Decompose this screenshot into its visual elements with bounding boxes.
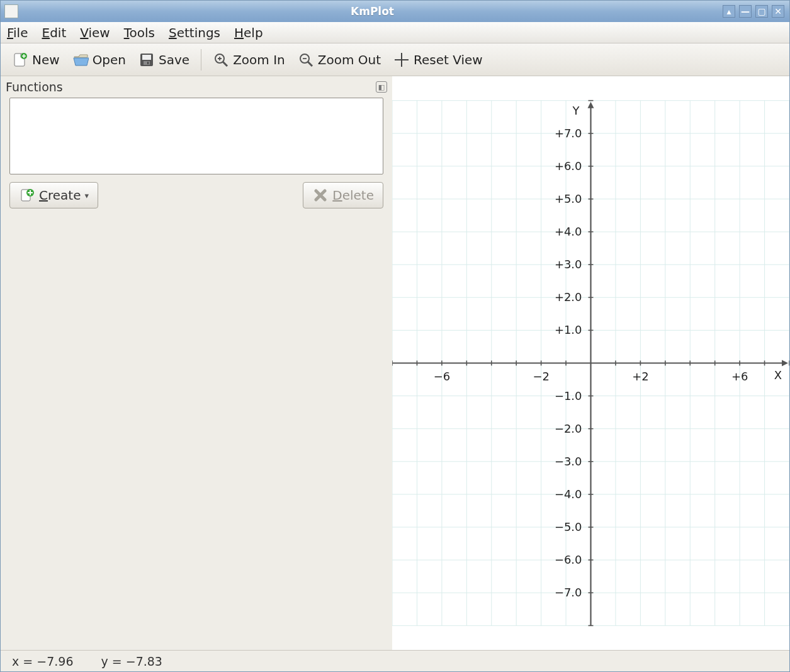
svg-line-9 [308,62,312,66]
svg-text:−3.0: −3.0 [555,455,582,468]
svg-text:+7.0: +7.0 [555,127,582,140]
svg-text:+6: +6 [731,370,748,383]
svg-text:+2.0: +2.0 [555,290,582,304]
create-label: Create [39,188,81,203]
toolbar: New Open Save Zoom In Zoom Out [1,43,789,76]
zoom-out-icon [298,52,314,68]
statusbar: x = −7.96 y = −7.83 [1,650,789,671]
svg-rect-3 [142,55,151,60]
window: KmPlot ▴ — ▢ ✕ File Edit View Tools Sett… [0,0,790,672]
new-file-icon [12,52,28,68]
panel-detach-icon[interactable]: ◧ [376,81,387,93]
svg-text:−1.0: −1.0 [555,389,582,402]
svg-text:−5.0: −5.0 [555,520,582,533]
menu-file[interactable]: File [7,25,28,40]
menu-settings[interactable]: Settings [169,25,220,40]
zoom-out-button[interactable]: Zoom Out [291,49,387,71]
save-label: Save [159,52,189,67]
delete-x-icon [312,187,329,203]
menu-help[interactable]: Help [234,25,263,40]
content: Functions ◧ Create ▾ Delete [1,76,789,650]
reset-view-label: Reset View [414,52,483,67]
functions-panel: Functions ◧ Create ▾ Delete [1,76,392,650]
status-y-coord: y = −7.83 [101,654,162,668]
svg-text:X: X [774,368,782,382]
window-controls: ▴ — ▢ ✕ [723,5,784,18]
svg-text:+5.0: +5.0 [555,192,582,205]
window-title: KmPlot [22,5,723,18]
svg-rect-5 [147,62,149,64]
open-label: Open [93,52,126,67]
svg-text:+2: +2 [632,370,649,383]
save-floppy-icon [138,52,155,68]
zoom-in-icon [213,52,229,68]
create-add-icon [19,187,35,203]
keep-above-button[interactable]: ▴ [723,5,735,18]
menubar: File Edit View Tools Settings Help [1,22,789,43]
zoom-in-label: Zoom In [233,52,285,67]
menu-tools[interactable]: Tools [124,25,155,40]
svg-text:+3.0: +3.0 [555,258,582,271]
svg-text:−6: −6 [434,370,451,383]
reset-view-icon [393,52,410,68]
functions-panel-header: Functions ◧ [4,79,388,98]
titlebar: KmPlot ▴ — ▢ ✕ [1,1,789,22]
new-label: New [32,52,60,67]
minimize-button[interactable]: — [739,5,752,18]
svg-text:+4.0: +4.0 [555,225,582,238]
new-button[interactable]: New [6,49,66,71]
delete-button[interactable]: Delete [303,182,383,208]
plot-canvas[interactable]: XY+7.0+6.0+5.0+4.0+3.0+2.0+1.0−1.0−2.0−3… [392,76,789,650]
svg-rect-4 [144,61,150,65]
chevron-down-icon: ▾ [84,191,89,200]
svg-text:−2: −2 [533,370,550,383]
svg-text:Y: Y [572,104,580,117]
reset-view-button[interactable]: Reset View [387,49,489,71]
svg-text:−2.0: −2.0 [555,422,582,435]
functions-button-row: Create ▾ Delete [4,182,388,208]
svg-line-7 [223,62,227,66]
maximize-button[interactable]: ▢ [755,5,768,18]
save-button[interactable]: Save [132,49,196,71]
svg-text:−7.0: −7.0 [555,586,582,599]
delete-label: Delete [332,188,374,203]
open-folder-icon [72,52,89,68]
open-button[interactable]: Open [66,49,132,71]
zoom-in-button[interactable]: Zoom In [206,49,291,71]
functions-panel-title: Functions [6,80,63,94]
svg-text:+6.0: +6.0 [555,159,582,173]
svg-text:−4.0: −4.0 [555,487,582,501]
functions-list[interactable] [9,98,383,174]
zoom-out-label: Zoom Out [318,52,381,67]
status-x-coord: x = −7.96 [12,654,73,668]
app-icon [4,4,18,18]
menu-edit[interactable]: Edit [42,25,66,40]
toolbar-separator [201,49,201,71]
create-button[interactable]: Create ▾ [9,182,98,208]
svg-text:+1.0: +1.0 [555,323,582,336]
menu-view[interactable]: View [80,25,110,40]
close-button[interactable]: ✕ [772,5,784,18]
svg-text:−6.0: −6.0 [555,553,582,566]
plot-svg: XY+7.0+6.0+5.0+4.0+3.0+2.0+1.0−1.0−2.0−3… [392,76,789,650]
